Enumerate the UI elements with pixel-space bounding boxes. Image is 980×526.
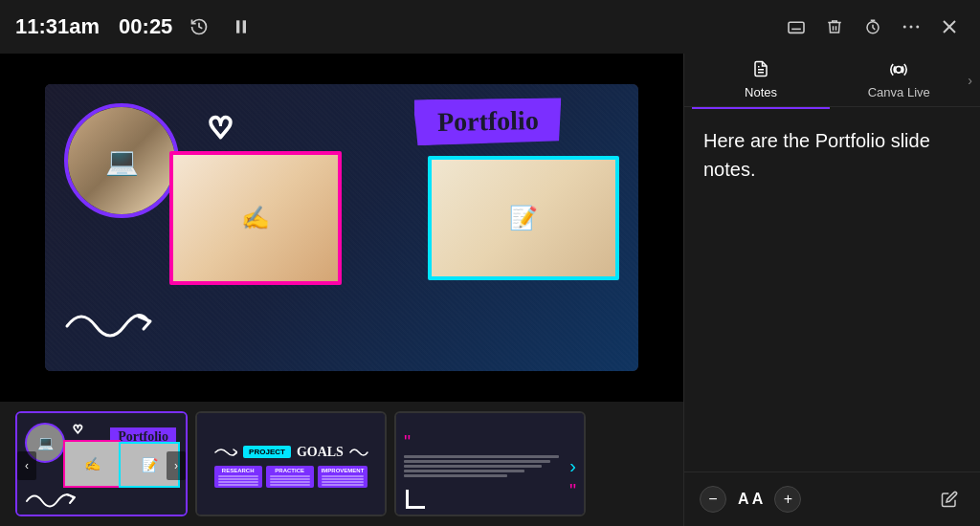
svg-rect-2 xyxy=(789,22,804,33)
timer-display: 00:25 xyxy=(119,14,172,39)
thumbnail-2[interactable]: PROJECT GOALS RESEARCH xyxy=(195,411,387,516)
slide-background: 💻 ♡ Portfolio ✍️ xyxy=(45,84,638,371)
delete-button[interactable] xyxy=(819,11,850,42)
svg-point-10 xyxy=(910,26,913,29)
project-tag: PROJECT xyxy=(243,446,291,458)
canva-live-tab-label: Canva Live xyxy=(868,85,930,99)
keyboard-button[interactable] xyxy=(781,11,812,42)
thumb-2-header: PROJECT GOALS xyxy=(213,445,368,460)
quote-close: " xyxy=(404,481,576,500)
thumb-cols: RESEARCH PRACTICE xyxy=(214,466,368,488)
notes-text: Here are the Portfolio slide notes. xyxy=(684,107,980,471)
cyan-image: 📝 xyxy=(432,160,615,276)
thumb-heart: ♡ xyxy=(73,423,83,436)
topbar: 11:31am 00:25 xyxy=(0,0,980,54)
notes-footer: − A A + xyxy=(684,471,980,526)
thumbnails-strip: 💻 ♡ Portfolio ✍️ 📝 xyxy=(0,402,683,526)
thumbnail-3[interactable]: " " › xyxy=(394,411,586,516)
heart-doodle: ♡ xyxy=(208,111,234,144)
quote-open: " xyxy=(404,432,576,451)
close-button[interactable] xyxy=(934,11,965,42)
col-improvement-label: IMPROVEMENT xyxy=(322,468,365,473)
svg-rect-1 xyxy=(243,20,246,33)
notes-tab-icon xyxy=(752,60,769,81)
font-size-label: A A xyxy=(738,491,763,508)
thumb-nav-right[interactable]: › xyxy=(167,451,186,480)
circle-image-frame: 💻 xyxy=(64,103,179,218)
pink-image: ✍️ xyxy=(173,155,338,281)
col-practice-label: PRACTICE xyxy=(270,468,310,473)
svg-rect-0 xyxy=(236,20,239,33)
thumb-col-practice: PRACTICE xyxy=(266,466,314,488)
l-bracket xyxy=(406,490,425,509)
goals-text: GOALS xyxy=(297,445,344,460)
thumb-pink-frame: ✍️ xyxy=(63,440,121,488)
slide-main: 💻 ♡ Portfolio ✍️ xyxy=(45,84,638,371)
pink-image-frame: ✍️ xyxy=(169,151,342,285)
slide-viewer: 💻 ♡ Portfolio ✍️ xyxy=(0,54,683,402)
thumb-squiggle xyxy=(25,488,78,513)
decrease-font-button[interactable]: − xyxy=(700,486,726,513)
pause-button[interactable] xyxy=(226,11,256,42)
cyan-image-frame: 📝 xyxy=(428,156,619,280)
quote-lines xyxy=(404,455,576,477)
thumbnail-1[interactable]: 💻 ♡ Portfolio ✍️ 📝 xyxy=(15,411,188,516)
right-panel: Notes Canva Live › Here are the Portfoli… xyxy=(683,54,980,526)
thumb-3-bg: " " › xyxy=(396,413,584,516)
col-research-label: RESEARCH xyxy=(218,468,258,473)
current-time: 11:31am xyxy=(15,14,100,39)
thumb-1-bg: 💻 ♡ Portfolio ✍️ 📝 xyxy=(17,413,186,516)
tab-notes[interactable]: Notes xyxy=(692,54,830,109)
squiggle-doodle xyxy=(62,302,158,347)
panel-expand-chevron[interactable]: › xyxy=(968,73,972,88)
left-panel: 💻 ♡ Portfolio ✍️ xyxy=(0,54,683,526)
main-area: 💻 ♡ Portfolio ✍️ xyxy=(0,54,980,526)
slide-title: Portfolio xyxy=(414,98,563,146)
notes-tab-label: Notes xyxy=(745,85,777,99)
edit-notes-button[interactable] xyxy=(934,484,965,515)
thumb-col-improvement: IMPROVEMENT xyxy=(318,466,368,488)
thumb-col-research: RESEARCH xyxy=(214,466,262,488)
svg-point-11 xyxy=(916,26,919,29)
slide-next-arrow[interactable]: › xyxy=(569,455,576,477)
svg-point-16 xyxy=(896,67,902,74)
timer-button[interactable] xyxy=(858,11,888,42)
panel-header: Notes Canva Live › xyxy=(684,54,980,107)
canva-live-tab-icon xyxy=(889,60,908,81)
thumb-nav-left[interactable]: ‹ xyxy=(17,451,36,480)
more-button[interactable] xyxy=(896,11,926,42)
increase-font-button[interactable]: + xyxy=(774,486,801,513)
font-size-controls: − A A + xyxy=(700,486,801,513)
thumb-2-bg: PROJECT GOALS RESEARCH xyxy=(197,413,385,516)
tab-canva-live[interactable]: Canva Live xyxy=(830,54,968,107)
svg-point-9 xyxy=(903,26,906,29)
history-button[interactable] xyxy=(184,11,214,42)
circle-image: 💻 xyxy=(68,107,175,214)
